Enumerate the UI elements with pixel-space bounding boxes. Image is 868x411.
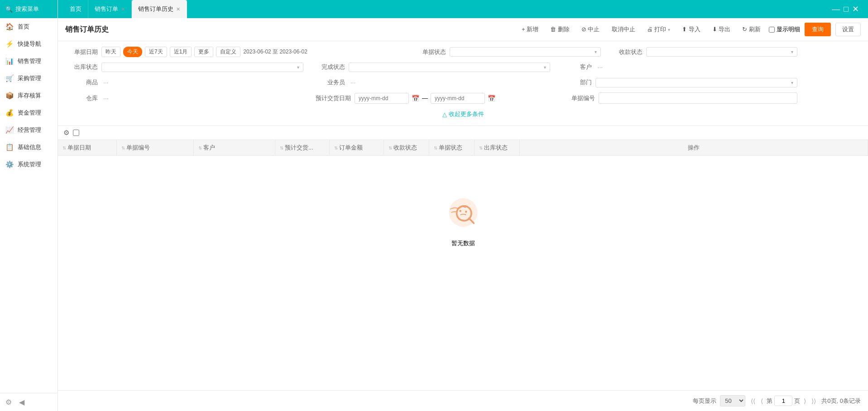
main-area: 首页 销售订单 ✕ 销售订单历史 ✕ — □ ✕ 销售订单历史 + 新增 �	[58, 0, 868, 411]
filter-row-1: 单据日期 昨天 今天 近7天 近1月 更多 自定义 2023-06-02 至 2…	[65, 47, 861, 57]
th-doc-status: ⇅ 单据状态	[429, 140, 475, 155]
sidebar-search[interactable]: 🔍 搜索菜单	[0, 0, 58, 18]
tab-sales-order-label: 销售订单	[95, 5, 118, 13]
maximize-icon[interactable]: □	[844, 5, 849, 14]
date-yesterday-btn[interactable]: 昨天	[101, 47, 120, 57]
table-settings-icon[interactable]: ⚙	[63, 129, 69, 137]
export-button[interactable]: ⬇ 导出	[709, 24, 734, 35]
sidebar-item-label: 采购管理	[18, 74, 41, 82]
set-button[interactable]: 设置	[835, 23, 861, 36]
salesperson-more-icon[interactable]: ···	[349, 77, 358, 88]
prev-page-btn[interactable]: ⟨	[759, 396, 765, 406]
delivery-date-from-input[interactable]	[355, 93, 409, 104]
dept-arrow-icon: ▾	[791, 80, 793, 85]
base-icon: 📋	[5, 143, 14, 151]
page-nav: ⟨⟨ ⟨ 第 页 ⟩ ⟩⟩	[749, 396, 818, 406]
page-of-label: 页	[794, 397, 800, 405]
refresh-button[interactable]: ↻ 刷新	[739, 24, 764, 35]
sidebar-item-finance[interactable]: 💰 资金管理	[0, 104, 58, 121]
collapse-sidebar-icon[interactable]: ◀	[19, 398, 24, 406]
date-1month-btn[interactable]: 近1月	[170, 47, 192, 57]
date-custom-btn[interactable]: 自定义	[216, 47, 240, 57]
minimize-icon[interactable]: —	[832, 5, 840, 14]
first-page-btn[interactable]: ⟨⟨	[749, 396, 757, 406]
print-button[interactable]: 🖨 打印 ▾	[643, 24, 674, 35]
calendar-from-icon[interactable]: 📅	[412, 95, 419, 102]
date-today-btn[interactable]: 今天	[123, 47, 142, 57]
doc-status-control: ▾	[450, 47, 601, 57]
th-action: 操作	[520, 140, 868, 155]
th-date-label: 单据日期	[67, 144, 91, 152]
out-status-select[interactable]: ▾	[101, 63, 303, 72]
date-7days-btn[interactable]: 近7天	[145, 47, 167, 57]
sidebar-item-base[interactable]: 📋 基础信息	[0, 139, 58, 156]
collapse-btn[interactable]: △ 收起更多条件	[442, 108, 484, 120]
calendar-to-icon[interactable]: 📅	[488, 95, 495, 102]
sidebar-search-label: 搜索菜单	[15, 5, 39, 13]
search-icon: 🔍	[5, 6, 13, 13]
per-page-label: 每页显示	[693, 397, 716, 405]
close-window-icon[interactable]: ✕	[852, 4, 859, 14]
sort-pay-icon[interactable]: ⇅	[388, 145, 392, 150]
delete-button[interactable]: 🗑 删除	[547, 24, 573, 35]
footer: 每页显示 10 20 50 100 ⟨⟨ ⟨ 第 页 ⟩ ⟩⟩ 共0页, 0条记…	[58, 390, 868, 411]
new-button[interactable]: + 新增	[518, 24, 542, 35]
query-button[interactable]: 查询	[805, 23, 831, 36]
sidebar: 🔍 搜索菜单 🏠 首页 ⚡ 快捷导航 📊 销售管理 🛒 采购管理 📦 库存核算 …	[0, 0, 58, 411]
settings-bottom-icon[interactable]: ⚙	[5, 398, 12, 406]
last-page-btn[interactable]: ⟩⟩	[810, 396, 818, 406]
date-range-display: 2023-06-02 至 2023-06-02	[243, 48, 307, 56]
operation-icon: 📈	[5, 126, 14, 134]
sort-customer-icon[interactable]: ⇅	[198, 145, 202, 150]
date-more-btn[interactable]: 更多	[194, 47, 213, 57]
sort-delivery-icon[interactable]: ⇅	[280, 145, 283, 150]
page-number-input[interactable]	[774, 396, 792, 406]
delivery-date-to-input[interactable]	[431, 93, 485, 104]
display-detail-checkbox[interactable]	[769, 27, 775, 33]
tab-sales-order-history[interactable]: 销售订单历史 ✕	[132, 0, 187, 18]
payment-status-arrow-icon: ▾	[791, 49, 793, 54]
sort-date-icon[interactable]: ⇅	[62, 145, 66, 150]
sidebar-item-purchase[interactable]: 🛒 采购管理	[0, 70, 58, 87]
display-detail-checkbox-group[interactable]: 显示明细	[769, 25, 800, 34]
complete-status-label: 完成状态	[312, 63, 349, 71]
goods-more-icon[interactable]: ···	[101, 77, 110, 88]
per-page-select[interactable]: 10 20 50 100	[720, 395, 745, 406]
tab-sales-order[interactable]: 销售订单 ✕	[88, 0, 132, 18]
payment-status-select[interactable]: ▾	[646, 47, 797, 57]
th-amount: ⇅ 订单金额	[330, 140, 384, 155]
complete-status-arrow-icon: ▾	[544, 65, 546, 70]
warehouse-more-icon[interactable]: ···	[101, 93, 110, 104]
sidebar-item-quick-nav[interactable]: ⚡ 快捷导航	[0, 35, 58, 53]
sort-out-icon[interactable]: ⇅	[479, 145, 483, 150]
sidebar-item-system[interactable]: ⚙️ 系统管理	[0, 156, 58, 173]
dept-select[interactable]: ▾	[595, 78, 797, 87]
sidebar-item-label: 库存核算	[18, 92, 41, 100]
sort-doc-status-icon[interactable]: ⇅	[434, 145, 437, 150]
tab-sales-order-history-close[interactable]: ✕	[176, 6, 180, 12]
import-button[interactable]: ⬆ 导入	[678, 24, 704, 35]
doc-number-input[interactable]	[599, 92, 797, 104]
tab-sales-order-close[interactable]: ✕	[121, 6, 125, 12]
th-doc-status-label: 单据状态	[439, 144, 462, 152]
sidebar-item-inventory[interactable]: 📦 库存核算	[0, 87, 58, 104]
sidebar-item-operation[interactable]: 📈 经营管理	[0, 121, 58, 139]
goods-control: ···	[101, 77, 303, 88]
dept-control: ▾	[595, 78, 797, 87]
customer-more-icon[interactable]: ···	[595, 62, 604, 73]
sort-number-icon[interactable]: ⇅	[121, 145, 125, 150]
cancel-stop-button[interactable]: 取消中止	[608, 24, 639, 35]
complete-status-select[interactable]: ▾	[349, 63, 551, 72]
svg-point-4	[465, 211, 467, 213]
select-all-checkbox[interactable]	[73, 130, 79, 136]
tab-home[interactable]: 首页	[63, 0, 88, 18]
sort-amount-icon[interactable]: ⇅	[334, 145, 338, 150]
doc-status-select[interactable]: ▾	[450, 47, 601, 57]
delivery-date-label: 预计交货日期	[309, 94, 355, 102]
th-amount-label: 订单金额	[339, 144, 363, 152]
sidebar-item-home[interactable]: 🏠 首页	[0, 18, 58, 35]
th-date: ⇅ 单据日期	[58, 140, 117, 155]
sidebar-item-sales[interactable]: 📊 销售管理	[0, 53, 58, 70]
stop-button[interactable]: ⊘ 中止	[578, 24, 604, 35]
next-page-btn[interactable]: ⟩	[802, 396, 808, 406]
